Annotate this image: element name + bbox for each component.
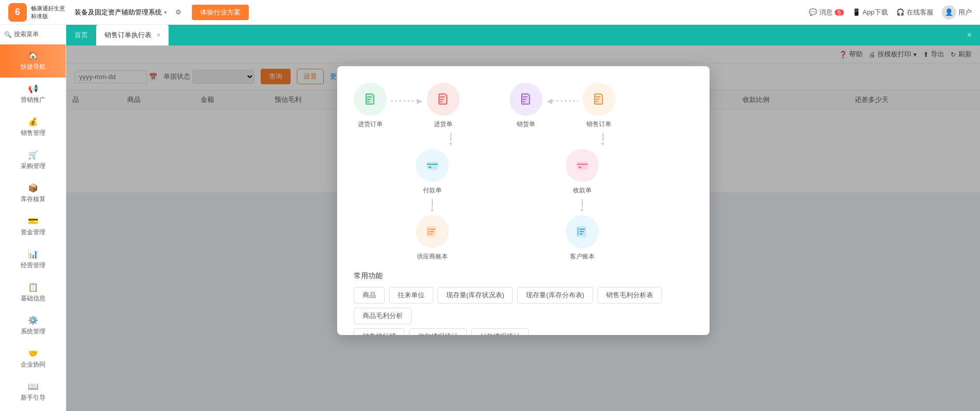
search-icon: 🔍 [4,31,12,38]
logo-area: 6 畅康通好生意 标准版 [8,3,74,22]
app-container: 6 畅康通好生意 标准版 装备及固定资产辅助管理系统 ▾ ⚙ 体验行业方案 💬 … [0,0,980,411]
svg-rect-6 [577,162,587,170]
search-menu-button[interactable]: 🔍 搜索菜单 [0,25,66,44]
flow-node-payment[interactable]: 付款单 [416,149,449,195]
message-icon: 💬 [809,8,817,16]
purchase-order-label: 进货订单 [358,120,383,129]
marketing-icon: 📢 [28,84,38,94]
flow-node-supplier-ledger[interactable]: 供应商账本 [416,215,449,261]
main-area: 🔍 搜索菜单 🏠 快捷导航 📢 营销推广 💰 销售管理 🛒 采购管理 📦 [0,25,980,411]
sidebar-item-quick-nav[interactable]: 🏠 快捷导航 [0,44,66,78]
flow-node-receipt[interactable]: 收款单 [566,149,599,195]
purchase-bill-label: 进货单 [434,120,453,129]
payment-label: 付款单 [423,186,442,195]
payment-icon [416,149,449,182]
online-service-button[interactable]: 🎧 在线客服 [896,8,933,17]
sidebar-item-sales[interactable]: 💰 销售管理 [0,111,66,144]
svg-rect-4 [427,162,438,170]
sidebar-item-basics[interactable]: 📋 基础信息 [0,276,66,309]
flow-node-sales-order[interactable]: 销售订单 [582,83,615,129]
purchase-order-icon [354,83,387,116]
receipt-label: 收款单 [573,186,592,195]
func-btn-sales-rank[interactable]: 销售排行榜 [354,328,405,335]
sales-bill-icon [509,83,542,116]
enterprise-icon: 🤝 [28,348,38,358]
sales-icon: 💰 [28,117,38,127]
user-menu[interactable]: 👤 用户 [942,5,972,20]
tab-close-icon[interactable]: × [157,32,160,39]
sidebar-item-system[interactable]: ⚙️ 系统管理 [0,309,66,342]
func-btn-product-margin[interactable]: 商品毛利分析 [354,308,412,324]
system-title-dropdown[interactable]: 装备及固定资产辅助管理系统 ▾ [74,8,167,17]
top-right-actions: 💬 消息 5 📱 App下载 🎧 在线客服 👤 用户 [809,5,972,20]
func-buttons-row1: 商品 往来单位 现存量(库存状况表) 现存量(库存分布表) 销售毛利分析表 商品… [354,287,693,324]
func-buttons-row2: 销售排行榜 收款情况统计 付款情况统计 [354,328,693,335]
func-btn-sales-margin[interactable]: 销售毛利分析表 [597,287,662,303]
service-icon: 🎧 [896,8,904,16]
tab-sales-order[interactable]: 销售订单执行表 × [96,25,169,45]
app-download-button[interactable]: 📱 App下载 [852,8,888,17]
func-btn-product[interactable]: 商品 [354,287,385,303]
app-logo-icon: 6 [8,3,27,22]
message-button[interactable]: 💬 消息 5 [809,8,844,17]
sidebar-item-purchase[interactable]: 🛒 采购管理 [0,144,66,177]
tab-home[interactable]: 首页 [66,25,96,45]
inventory-icon: 📦 [28,183,38,193]
logo-text: 畅康通好生意 标准版 [31,5,65,20]
sales-bill-label: 销货单 [517,120,535,129]
func-btn-stock-dist[interactable]: 现存量(库存分布表) [517,287,593,303]
sidebar-item-marketing[interactable]: 📢 营销推广 [0,78,66,111]
func-btn-partner[interactable]: 往来单位 [389,287,433,303]
supplier-ledger-icon [416,215,449,248]
customer-ledger-icon [566,215,599,248]
func-btn-receipt-stats[interactable]: 收款情况统计 [409,328,467,335]
common-functions-title: 常用功能 [354,271,693,281]
flow-node-customer-ledger[interactable]: 客户账本 [566,215,599,261]
modal-overlay[interactable]: 进货订单 ▶ [66,45,980,411]
sidebar-item-inventory[interactable]: 📦 库存核算 [0,177,66,210]
finance-icon: 💳 [28,216,38,226]
system-icon: ⚙️ [28,315,38,325]
message-badge: 5 [835,9,844,16]
sales-order-label: 销售订单 [586,120,611,129]
top-bar: 6 畅康通好生意 标准版 装备及固定资产辅助管理系统 ▾ ⚙ 体验行业方案 💬 … [0,0,980,25]
sidebar: 🔍 搜索菜单 🏠 快捷导航 📢 营销推广 💰 销售管理 🛒 采购管理 📦 [0,25,66,411]
chevron-down-icon: ▾ [164,9,167,16]
flow-node-purchase-bill[interactable]: 进货单 [427,83,460,129]
operations-icon: 📊 [28,249,38,259]
sidebar-item-enterprise[interactable]: 🤝 企业协同 [0,342,66,375]
func-btn-payment-stats[interactable]: 付款情况统计 [471,328,529,335]
tab-bar: 首页 销售订单执行表 × × [66,25,980,45]
newbie-icon: 📖 [28,382,38,391]
basics-icon: 📋 [28,282,38,292]
svg-rect-5 [429,166,431,168]
flow-modal: 进货订单 ▶ [337,66,710,335]
avatar: 👤 [942,5,956,20]
system-title: 装备及固定资产辅助管理系统 [74,8,162,17]
download-icon: 📱 [852,8,861,16]
experience-button[interactable]: 体验行业方案 [192,5,249,20]
purchase-bill-icon [427,83,460,116]
receipt-icon [566,149,599,182]
page-content: ❓ 帮助 🖨 按模板打印 ▾ ⬆ 导出 ↻ [66,45,980,411]
common-functions-section: 常用功能 商品 往来单位 现存量(库存状况表) 现存量(库存分布表) 销售毛利分… [354,271,693,335]
svg-rect-11 [577,227,579,236]
window-close-button[interactable]: × [967,31,972,40]
func-btn-stock-status[interactable]: 现存量(库存状况表) [438,287,514,303]
flow-node-purchase-order[interactable]: 进货订单 [354,83,387,129]
purchase-icon: 🛒 [28,150,38,160]
sidebar-item-finance[interactable]: 💳 资金管理 [0,210,66,243]
customer-ledger-label: 客户账本 [570,252,595,261]
supplier-ledger-label: 供应商账本 [417,252,448,261]
sales-order-icon [582,83,615,116]
content-area: 首页 销售订单执行表 × × ❓ 帮助 [66,25,980,411]
svg-rect-7 [579,166,581,168]
home-icon: 🏠 [28,51,38,60]
flow-node-sales-bill[interactable]: 销货单 [509,83,542,129]
settings-icon[interactable]: ⚙ [171,5,186,20]
sidebar-item-operations[interactable]: 📊 经营管理 [0,243,66,276]
sidebar-item-newbie[interactable]: 📖 新手引导 [0,375,66,408]
svg-rect-9 [427,227,429,236]
